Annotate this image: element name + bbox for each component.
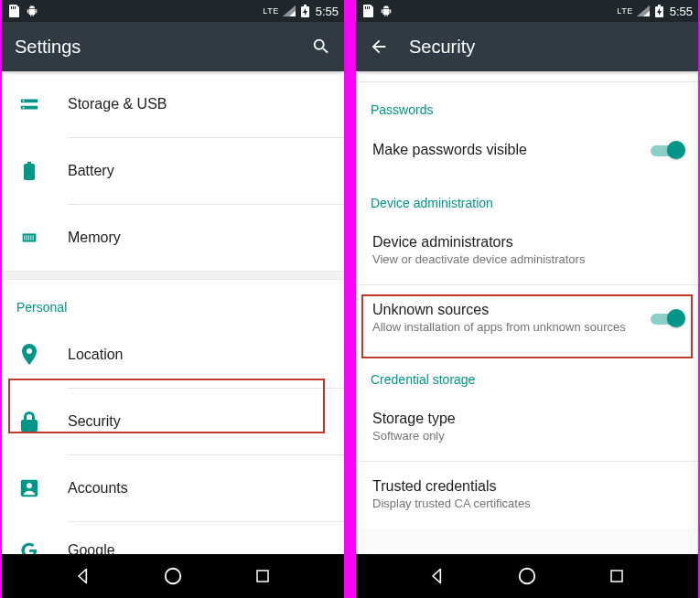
label: Location	[68, 347, 329, 363]
signal-icon	[637, 5, 650, 17]
label: Storage & USB	[68, 96, 329, 112]
row-storage-type[interactable]: Storage type Software only	[356, 394, 698, 461]
row-device-administrators[interactable]: Device administrators View or deactivate…	[356, 218, 698, 284]
clock: 5:55	[316, 5, 339, 18]
battery-charging-icon	[299, 5, 312, 17]
settings-list[interactable]: Storage & USB Battery Memory Personal	[2, 71, 344, 554]
storage-icon	[16, 94, 42, 114]
appbar-security: Security	[356, 22, 698, 71]
sublabel: Display trusted CA certificates	[372, 497, 673, 512]
sdcard-icon	[7, 5, 20, 17]
label: Security	[68, 413, 329, 430]
phone-security: LTE 5:55 Security Passwords Make passwor…	[356, 0, 698, 598]
label: Device administrators	[372, 234, 673, 251]
label: Storage type	[372, 411, 673, 427]
row-make-passwords-visible[interactable]: Make passwords visible	[356, 124, 698, 176]
section-passwords: Passwords	[356, 82, 698, 124]
row-trusted-credentials[interactable]: Trusted credentials Display trusted CA c…	[356, 462, 698, 529]
back-button[interactable]	[369, 37, 389, 57]
settings-item-location[interactable]: Location	[2, 322, 344, 388]
label: Google	[68, 542, 329, 554]
svg-point-2	[27, 348, 32, 354]
nav-back[interactable]	[72, 565, 94, 587]
settings-item-memory[interactable]: Memory	[2, 205, 344, 271]
settings-item-accounts[interactable]: Accounts	[2, 455, 344, 521]
phone-settings: LTE 5:55 Settings Storage & USB	[2, 0, 344, 598]
label: Trusted credentials	[372, 478, 673, 495]
google-icon	[16, 540, 42, 554]
nav-recent[interactable]	[606, 565, 628, 587]
settings-item-security[interactable]: Security	[2, 389, 344, 454]
label: Make passwords visible	[372, 142, 634, 158]
battery-icon	[16, 161, 42, 181]
appbar-settings: Settings	[2, 22, 344, 71]
page-title: Settings	[15, 37, 81, 58]
row-unknown-sources[interactable]: Unknown sources Allow installation of ap…	[356, 285, 698, 352]
sublabel: Software only	[372, 429, 673, 444]
page-title: Security	[409, 37, 475, 58]
svg-rect-8	[611, 571, 622, 582]
nav-recent[interactable]	[252, 565, 274, 587]
label: Accounts	[68, 480, 329, 497]
security-list[interactable]: Passwords Make passwords visible Device …	[356, 71, 698, 554]
svg-rect-6	[257, 571, 268, 582]
memory-icon	[16, 228, 42, 248]
clock: 5:55	[670, 5, 693, 18]
nav-home[interactable]	[516, 565, 538, 587]
lock-icon	[16, 411, 42, 432]
section-credential-storage: Credential storage	[356, 352, 698, 394]
toggle-make-passwords-visible[interactable]	[651, 141, 684, 159]
settings-item-battery[interactable]: Battery	[2, 138, 344, 204]
search-button[interactable]	[311, 37, 331, 57]
lte-label: LTE	[617, 6, 632, 16]
svg-point-4	[27, 483, 32, 488]
android-icon	[26, 5, 38, 17]
sublabel: Allow installation of apps from unknown …	[372, 320, 634, 336]
signal-icon	[283, 5, 296, 17]
svg-point-0	[23, 100, 25, 101]
label: Battery	[68, 163, 329, 179]
settings-item-storage[interactable]: Storage & USB	[2, 71, 344, 137]
android-icon	[380, 5, 393, 17]
section-device-admin: Device administration	[356, 176, 698, 218]
toggle-unknown-sources[interactable]	[651, 309, 684, 327]
statusbar: LTE 5:55	[2, 0, 344, 22]
location-icon	[16, 344, 42, 366]
statusbar: LTE 5:55	[356, 0, 698, 22]
section-personal: Personal	[2, 280, 344, 322]
sdcard-icon	[361, 5, 374, 17]
settings-item-google[interactable]: Google	[2, 522, 344, 554]
label: Memory	[68, 230, 329, 246]
nav-back[interactable]	[426, 565, 448, 587]
svg-point-5	[166, 569, 181, 584]
navbar	[356, 554, 698, 598]
nav-home[interactable]	[162, 565, 184, 587]
battery-charging-icon	[653, 5, 666, 17]
lte-label: LTE	[263, 6, 278, 16]
sublabel: View or deactivate device administrators	[372, 252, 673, 268]
svg-point-7	[520, 569, 535, 584]
svg-point-1	[23, 107, 25, 109]
label: Unknown sources	[372, 302, 634, 318]
accounts-icon	[16, 478, 42, 498]
navbar	[2, 554, 344, 598]
